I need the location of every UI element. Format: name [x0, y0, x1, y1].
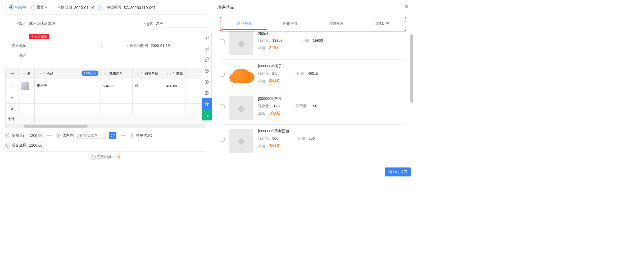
customer-label: 客户: [19, 22, 26, 26]
item-price: 10.00: [269, 111, 280, 116]
sort-icon: ▲▼: [103, 73, 108, 74]
doc-no-group: 单据编号 SA-20200110-001: [107, 5, 156, 10]
recommend-tabs: 新品推荐 热销推荐 滞销推荐 浏览历史: [220, 17, 406, 31]
item-avail: -681.5: [307, 71, 318, 76]
table-row[interactable]: 3: [6, 104, 206, 114]
side-btn-chart[interactable]: [202, 43, 212, 54]
cell-unit[interactable]: 包: [133, 79, 164, 93]
item-avail: 19903: [313, 38, 323, 43]
side-btn-currency[interactable]: [202, 87, 212, 98]
col-unit[interactable]: ▲▼ *销售单位: [133, 68, 164, 79]
item-image-placeholder: ◆: [229, 96, 253, 120]
item-stock: -178: [272, 104, 280, 109]
item-avail: 256: [309, 136, 315, 141]
side-toolbar: [202, 32, 212, 120]
warehouse-value: 总仓: [156, 21, 164, 26]
payment-due-input[interactable]: 2020-01-10: [151, 43, 204, 49]
address-input[interactable]: ⌄: [29, 43, 103, 49]
vertical-scrollbar[interactable]: [410, 34, 413, 103]
discount-icon: %: [130, 133, 134, 138]
side-btn-list[interactable]: [202, 32, 212, 43]
tab-sales-label: 销货单: [15, 5, 26, 10]
side-btn-exchange[interactable]: [202, 65, 212, 76]
side-btn-link[interactable]: [202, 54, 212, 65]
rec-tab-hot[interactable]: 热销推荐: [267, 18, 313, 30]
cell-spec[interactable]: 534532: [101, 79, 133, 93]
radio-icon: [31, 5, 35, 10]
close-icon[interactable]: ✕: [404, 4, 409, 10]
item-checkbox[interactable]: [220, 137, 225, 142]
col-product[interactable]: ▲▼ *商品 扫码录入: [35, 68, 101, 79]
more-dots-icon[interactable]: ⋯: [98, 21, 103, 27]
product-thumbnail: [21, 82, 29, 90]
item-checkbox[interactable]: [220, 72, 225, 77]
grid-settings-button[interactable]: [6, 68, 19, 79]
cell-qty[interactable]: 400.00: [164, 79, 185, 93]
customer-tag: 不固定账期: [29, 34, 49, 39]
item-checkbox[interactable]: [220, 104, 225, 109]
minus-icon: —: [121, 133, 125, 138]
col-spec[interactable]: ▲▼ 规格型号: [101, 68, 133, 79]
col-qty[interactable]: ▲▼ *数量: [164, 68, 185, 79]
doc-date-value[interactable]: 2020-01-10: [74, 5, 94, 10]
svg-rect-0: [97, 6, 101, 9]
doc-date-group: 单据日期 2020-01-10: [57, 5, 101, 10]
rec-tab-slow[interactable]: 滞销推荐: [313, 18, 359, 30]
recommend-panel: 推荐商品 ✕ 新品推荐 热销推荐 滞销推荐 浏览历史 ◆ 250ml 现存量:1…: [212, 0, 414, 180]
tab-return-order[interactable]: 退货单: [31, 5, 48, 10]
rec-tab-new[interactable]: 新品推荐: [221, 18, 267, 30]
customer-input[interactable]: 苏州万达沃尔玛 ⋯: [29, 20, 103, 28]
warehouse-label: 仓库: [146, 22, 153, 26]
table-row[interactable]: 1 果倍爽 534532 包 400.00: [6, 79, 206, 93]
deal-amount-label: 成交金额:: [12, 143, 28, 148]
amount-total-value: 1200.00: [29, 133, 43, 138]
order-type-tabs: 销货单 退货单: [5, 3, 52, 12]
header-row: 销货单 退货单 单据日期 2020-01-10 单据编号 SA-20200110…: [5, 3, 206, 15]
col-image[interactable]: ▲▼ 商: [19, 68, 35, 79]
minus-icon: —: [47, 133, 52, 138]
variety-label: 商品种类:: [97, 155, 113, 159]
item-avail: -190: [310, 104, 317, 109]
deal-icon: ✦: [5, 143, 10, 148]
warehouse-input[interactable]: 总仓: [156, 20, 209, 27]
tab-sales-order[interactable]: 销货单: [9, 5, 26, 10]
select-return-button[interactable]: 选中(0) 返回: [385, 167, 411, 176]
horizontal-scrollbar[interactable]: [6, 124, 206, 128]
cell-product[interactable]: 果倍爽: [35, 79, 101, 93]
doc-no-value: SA-20200110-001: [124, 5, 156, 10]
address-label: 客户地址: [5, 44, 26, 48]
coupon-label: 优惠券:: [62, 133, 74, 138]
subtotal-label: 小计: [6, 114, 35, 124]
remark-field: 备注: [5, 53, 103, 58]
deal-amount-value: 1200.00: [29, 143, 43, 147]
item-name: [0000006]手撕面包: [258, 129, 406, 134]
item-checkbox[interactable]: [220, 39, 225, 44]
recommend-list[interactable]: ◆ 250ml 现存量:19952 可用量:19903 单价:2.00 [000…: [212, 31, 414, 180]
list-item: ◆ 250ml 现存量:19952 可用量:19903 单价:2.00: [220, 31, 406, 60]
customer-value: 苏州万达沃尔玛: [29, 21, 55, 26]
scan-entry-badge[interactable]: 扫码录入: [81, 71, 98, 76]
calendar-icon[interactable]: [97, 5, 101, 10]
table-row[interactable]: 2: [6, 93, 206, 104]
svg-point-1: [12, 73, 13, 74]
remark-input[interactable]: [29, 55, 103, 57]
item-stock: 19952: [272, 38, 283, 43]
side-btn-star[interactable]: [202, 98, 212, 109]
side-btn-expand[interactable]: [202, 109, 212, 120]
scrollbar-thumb[interactable]: [24, 125, 88, 128]
side-btn-receive[interactable]: [202, 76, 212, 87]
order-discount-label: 整单优惠:: [136, 133, 152, 138]
item-image-orange: [229, 64, 253, 88]
form-area: *客户 苏州万达沃尔玛 ⋯ *仓库 总仓 不固定账期 客户地址: [5, 15, 206, 65]
sort-icon: ▲▼: [135, 73, 140, 74]
coupon-input[interactable]: [76, 132, 107, 139]
refresh-button[interactable]: [109, 132, 116, 139]
line-items-grid: ▲▼ 商 ▲▼ *商品 扫码录入 ▲▼ 规格型号 ▲▼ *销售单位 ▲▼: [5, 68, 206, 128]
grid-header: ▲▼ 商 ▲▼ *商品 扫码录入 ▲▼ 规格型号 ▲▼ *销售单位 ▲▼: [6, 68, 206, 79]
item-name: [0000005]芒果: [258, 96, 406, 101]
list-item: ◆ [0000006]手撕面包 现存量:300 可用量:256 单价:38.00: [220, 125, 406, 157]
chevron-down-icon[interactable]: ⌄: [100, 44, 103, 48]
list-item: ◆ [0000005]芒果 现存量:-178 可用量:-190 单价:10.00: [220, 92, 406, 125]
rec-tab-history[interactable]: 浏览历史: [359, 18, 405, 30]
payment-due-value: 2020-01-10: [151, 44, 170, 48]
